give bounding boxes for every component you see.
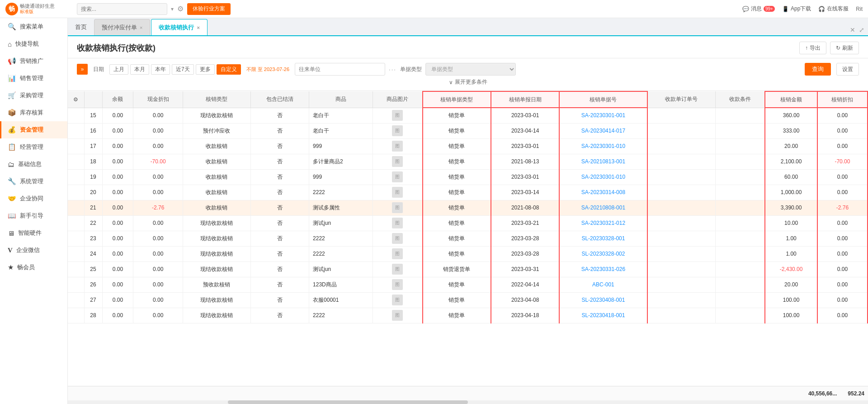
top-search-input[interactable]	[77, 3, 167, 15]
table-row: 27 0.00 0.00 现结收款核销 否 衣服00001 图 销货单 2023…	[68, 292, 868, 308]
td-bill-no[interactable]: ABC-001	[559, 277, 647, 292]
sidebar-item-search[interactable]: 🔍 搜索菜单	[0, 18, 67, 35]
td-bill-no[interactable]: SL-20230328-002	[559, 246, 647, 261]
custom-date-btn[interactable]: 自定义	[217, 64, 241, 75]
settings-icon[interactable]: ⚙	[177, 5, 184, 13]
th-settings[interactable]: ⚙	[68, 91, 84, 108]
td-settings	[68, 277, 84, 292]
sidebar-item-operations[interactable]: 📋 经营管理	[0, 138, 67, 156]
td-product: 999	[309, 138, 373, 154]
td-payment-terms	[715, 231, 765, 246]
more-date-btn[interactable]: 更多	[196, 64, 215, 75]
td-include-settled: 否	[250, 169, 309, 185]
export-btn[interactable]: ↑ 导出	[799, 42, 826, 54]
td-product: 老白干	[309, 108, 373, 123]
sidebar-item-hardware[interactable]: 🖥 智能硬件	[0, 224, 67, 242]
sidebar-item-system[interactable]: 🔧 系统管理	[0, 173, 67, 190]
td-product-image: 图	[373, 154, 422, 169]
td-verify-discount: 0.00	[817, 308, 868, 323]
table-row: 23 0.00 0.00 现结收款核销 否 2222 图 销货单 2023-03…	[68, 231, 868, 246]
tab-prepay[interactable]: 预付冲应付单 ×	[94, 19, 150, 35]
table-footer: 40,556,66... 952.24	[68, 386, 868, 400]
td-bill-no[interactable]: SA-20230301-010	[559, 138, 647, 154]
user-name: Rit	[856, 6, 863, 12]
td-bill-no[interactable]: SL-20230328-001	[559, 231, 647, 246]
collection-tab-close[interactable]: ×	[197, 25, 199, 30]
td-seq: 24	[84, 246, 102, 261]
last-month-btn[interactable]: 上月	[109, 64, 128, 75]
expand-conditions-btn[interactable]: ∨ 展开更多条件	[77, 78, 859, 86]
td-bill-no[interactable]: SL-20230408-001	[559, 292, 647, 308]
td-balance: 0.00	[102, 231, 133, 246]
sidebar-label-search: 搜索菜单	[20, 23, 43, 31]
this-year-btn[interactable]: 本年	[151, 64, 170, 75]
sidebar-item-base[interactable]: 🗂 基础信息	[0, 156, 67, 173]
td-settings	[68, 138, 84, 154]
filter-expand-btn[interactable]: »	[77, 64, 88, 75]
messages-btn[interactable]: 💬 消息 99+	[742, 5, 775, 13]
sidebar-item-collab[interactable]: 🤝 企业协同	[0, 190, 67, 207]
online-service-btn[interactable]: 🎧 在线客服	[818, 5, 849, 13]
td-bill-no[interactable]: SA-20210813-001	[559, 154, 647, 169]
td-product: 测试jun	[309, 261, 373, 277]
td-balance: 0.00	[102, 154, 133, 169]
td-cash-discount: 0.00	[133, 169, 183, 185]
maximize-icon[interactable]: ⤢	[859, 26, 864, 33]
td-balance: 0.00	[102, 246, 133, 261]
td-balance: 0.00	[102, 169, 133, 185]
bill-type-select[interactable]: 单据类型	[425, 63, 516, 76]
td-product: 老白干	[309, 123, 373, 138]
app-download-btn[interactable]: 📱 App下载	[782, 5, 811, 13]
td-verify-discount: 0.00	[817, 169, 868, 185]
td-payment-terms	[715, 154, 765, 169]
tab-home[interactable]: 首页	[68, 19, 94, 35]
scroll-thumb[interactable]	[228, 400, 468, 404]
refresh-btn[interactable]: ↻ 刷新	[830, 42, 859, 54]
close-tab-icon[interactable]: ✕	[850, 26, 855, 33]
td-settings	[68, 292, 84, 308]
td-bill-no[interactable]: SL-20230418-001	[559, 308, 647, 323]
last-7days-btn[interactable]: 近7天	[172, 64, 194, 75]
sidebar-item-purchase[interactable]: 🛒 采购管理	[0, 87, 67, 104]
td-bill-no[interactable]: SA-20230414-017	[559, 123, 647, 138]
sidebar-item-inventory[interactable]: 📦 库存核算	[0, 104, 67, 121]
sidebar-item-guide[interactable]: 📖 新手引导	[0, 207, 67, 224]
dropdown-icon[interactable]: ▾	[171, 6, 174, 12]
date-label: 日期	[93, 66, 104, 73]
sidebar-item-marketing[interactable]: 📢 营销推广	[0, 52, 67, 70]
horizontal-scrollbar[interactable]	[68, 400, 868, 404]
td-bill-date: 2021-08-08	[491, 200, 559, 215]
td-verify-type: 收款核销	[183, 200, 250, 215]
td-collection-order	[647, 169, 716, 185]
td-bill-no[interactable]: SA-20230331-026	[559, 261, 647, 277]
td-bill-no[interactable]: SA-20230314-008	[559, 185, 647, 200]
td-bill-type: 销货单	[423, 292, 491, 308]
sidebar-item-finance[interactable]: 💰 资金管理	[0, 121, 67, 138]
td-bill-no[interactable]: SA-20210808-001	[559, 200, 647, 215]
industry-btn[interactable]: 休验行业方案	[187, 3, 231, 15]
page-header-actions: ↑ 导出 ↻ 刷新	[799, 42, 859, 54]
prepay-tab-close[interactable]: ×	[140, 25, 142, 30]
page-title: 收款核销执行(按收款)	[77, 43, 156, 53]
query-btn[interactable]: 查询	[805, 63, 831, 76]
sidebar-item-member[interactable]: ★ 畅会员	[0, 259, 67, 276]
th-balance: 余额	[102, 91, 133, 108]
partner-input[interactable]	[295, 63, 385, 76]
td-payment-terms	[715, 292, 765, 308]
sidebar-item-sales[interactable]: 📊 销售管理	[0, 70, 67, 87]
filter-settings-btn[interactable]: 设置	[836, 63, 859, 76]
sidebar-label-finance: 资金管理	[20, 126, 43, 134]
marketing-icon: 📢	[8, 57, 16, 65]
td-seq: 17	[84, 138, 102, 154]
sidebar-label-base: 基础信息	[18, 160, 42, 168]
td-bill-no[interactable]: SA-20230321-012	[559, 215, 647, 231]
column-settings-icon[interactable]: ⚙	[73, 96, 78, 103]
td-bill-no[interactable]: SA-20230301-001	[559, 108, 647, 123]
td-bill-no[interactable]: SA-20230301-010	[559, 169, 647, 185]
td-bill-date: 2021-08-13	[491, 154, 559, 169]
this-month-btn[interactable]: 本月	[130, 64, 149, 75]
sidebar-item-nav[interactable]: ⌂ 快捷导航	[0, 35, 67, 52]
tab-collection[interactable]: 收款核销执行 ×	[151, 19, 207, 35]
sidebar-item-wechat[interactable]: V 企业微信	[0, 242, 67, 259]
table-area[interactable]: ⚙ 余额 现金折扣 核销类型 包含已结清 商品 商品图片 核销单据类型 核销单报…	[68, 91, 868, 386]
